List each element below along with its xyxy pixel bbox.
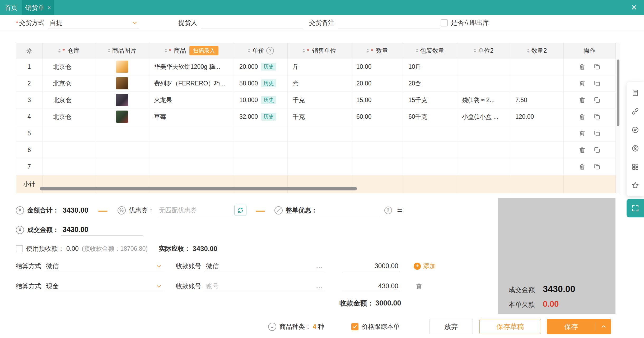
cell-product-image[interactable] xyxy=(95,125,149,142)
cell-warehouse[interactable]: 北京仓 xyxy=(43,58,95,75)
tab-home[interactable]: 首页 xyxy=(0,0,22,15)
cell-product-image[interactable] xyxy=(95,142,149,158)
sort-icon[interactable] xyxy=(58,49,61,53)
cell-product[interactable]: 费列罗（FERRERO）巧... xyxy=(149,75,234,92)
cell-unit-price[interactable]: 10.000历史 xyxy=(234,92,288,108)
star-icon[interactable] xyxy=(627,176,644,195)
cell-unit-price[interactable] xyxy=(234,142,288,158)
settlement-method-select[interactable]: 现金 xyxy=(44,280,163,292)
cell-unit2[interactable] xyxy=(457,142,510,158)
cell-quantity2[interactable] xyxy=(510,142,564,158)
more-ellipsis-icon[interactable]: ... xyxy=(316,282,323,290)
cell-unit2[interactable] xyxy=(457,58,510,75)
delete-row-icon[interactable] xyxy=(578,130,586,137)
product-image[interactable] xyxy=(116,61,128,73)
col-header-unit-price[interactable]: 单价 ? xyxy=(234,43,288,58)
cell-product[interactable]: 华美华夫软饼1200g 糕... xyxy=(149,58,234,75)
cell-quantity2[interactable] xyxy=(510,58,564,75)
cell-package-quantity[interactable]: 10斤 xyxy=(403,58,457,75)
table-vertical-scrollbar[interactable] xyxy=(616,43,620,193)
receive-account-input[interactable]: 账号 ... xyxy=(204,280,325,292)
delivery-method-select[interactable]: 自提 xyxy=(48,17,139,29)
cell-warehouse[interactable]: 北京仓 xyxy=(43,75,95,92)
copy-row-icon[interactable] xyxy=(593,113,601,120)
cell-warehouse[interactable]: 北京仓 xyxy=(43,92,95,108)
picker-input[interactable] xyxy=(201,17,303,29)
cell-warehouse[interactable] xyxy=(43,125,95,142)
cell-package-quantity[interactable]: 60千克 xyxy=(403,108,457,125)
cell-quantity2[interactable] xyxy=(510,75,564,92)
cell-unit2[interactable]: 小盒(1小盒 ... xyxy=(457,108,510,125)
close-icon[interactable]: × xyxy=(628,1,640,14)
delivery-note-input[interactable] xyxy=(338,17,440,29)
copy-row-icon[interactable] xyxy=(593,80,601,87)
cell-product[interactable] xyxy=(149,158,234,175)
col-header-package-quantity[interactable]: 包装数量 xyxy=(403,43,457,58)
delete-row-icon[interactable] xyxy=(578,80,586,87)
col-header-quantity[interactable]: * 数量 xyxy=(351,43,403,58)
cell-sales-unit[interactable] xyxy=(288,125,351,142)
link-icon[interactable] xyxy=(627,102,644,121)
save-draft-button[interactable]: 保存草稿 xyxy=(479,319,541,334)
cell-package-quantity[interactable] xyxy=(403,158,457,175)
sort-icon[interactable] xyxy=(165,49,167,53)
cell-sales-unit[interactable] xyxy=(288,142,351,158)
history-badge[interactable]: 历史 xyxy=(261,63,276,71)
cell-product-image[interactable] xyxy=(95,108,149,125)
coupon-input[interactable]: 无匹配优惠券 xyxy=(157,204,233,216)
expand-icon[interactable] xyxy=(627,199,644,217)
cell-package-quantity[interactable] xyxy=(403,142,457,158)
copy-row-icon[interactable] xyxy=(593,63,601,70)
cell-warehouse[interactable] xyxy=(43,142,95,158)
cell-quantity2[interactable] xyxy=(510,125,564,142)
payment-amount-input[interactable]: 430.00 xyxy=(343,280,400,292)
document-icon[interactable] xyxy=(627,84,644,102)
tab-sales-order[interactable]: 销货单 × xyxy=(22,0,54,15)
cell-product[interactable] xyxy=(149,142,234,158)
cell-sales-unit[interactable] xyxy=(288,158,351,175)
sort-icon[interactable] xyxy=(527,49,530,53)
product-image[interactable] xyxy=(116,111,128,123)
sort-icon[interactable] xyxy=(248,49,250,53)
cell-package-quantity[interactable]: 15千克 xyxy=(403,92,457,108)
scrollbar-thumb[interactable] xyxy=(617,60,619,126)
cell-product-image[interactable] xyxy=(95,92,149,108)
cell-unit2[interactable] xyxy=(457,158,510,175)
payment-amount-input[interactable]: 3000.00 xyxy=(343,260,400,272)
cell-quantity2[interactable] xyxy=(510,158,564,175)
delete-row-icon[interactable] xyxy=(578,113,586,120)
cell-sales-unit[interactable]: 斤 xyxy=(288,58,351,75)
cell-quantity[interactable]: 20.00 xyxy=(351,75,403,92)
col-header-quantity2[interactable]: 数量2 xyxy=(510,43,564,58)
sort-icon[interactable] xyxy=(108,49,110,53)
cell-unit2[interactable]: 袋(1袋 ≈ 2... xyxy=(457,92,510,108)
cell-quantity[interactable] xyxy=(351,142,403,158)
cell-unit-price[interactable]: 20.000历史 xyxy=(234,58,288,75)
cell-unit2[interactable] xyxy=(457,125,510,142)
cell-product-image[interactable] xyxy=(95,158,149,175)
cell-product[interactable] xyxy=(149,125,234,142)
receive-account-input[interactable]: 微信 ... xyxy=(204,260,325,272)
help-icon[interactable]: ? xyxy=(266,47,274,54)
cell-quantity[interactable] xyxy=(351,125,403,142)
copy-row-icon[interactable] xyxy=(593,130,601,137)
history-badge[interactable]: 历史 xyxy=(261,96,276,104)
cell-product-image[interactable] xyxy=(95,75,149,92)
save-dropdown-toggle[interactable] xyxy=(596,322,611,331)
copy-row-icon[interactable] xyxy=(593,96,601,104)
cell-sales-unit[interactable]: 盒 xyxy=(288,75,351,92)
cell-warehouse[interactable]: 北京仓 xyxy=(43,108,95,125)
col-header-product[interactable]: * 商品 扫码录入 xyxy=(149,43,234,58)
col-header-warehouse[interactable]: * 仓库 xyxy=(43,43,95,58)
order-discount-input[interactable] xyxy=(319,204,379,216)
col-header-unit2[interactable]: 单位2 xyxy=(457,43,510,58)
history-badge[interactable]: 历史 xyxy=(261,79,276,87)
col-header-sales-unit[interactable]: * 销售单位 xyxy=(288,43,351,58)
cell-quantity2[interactable]: 7.50 xyxy=(510,92,564,108)
abandon-button[interactable]: 放弃 xyxy=(429,319,473,334)
delete-row-icon[interactable] xyxy=(578,146,586,154)
cell-quantity2[interactable]: 120.00 xyxy=(510,108,564,125)
product-image[interactable] xyxy=(116,77,128,89)
table-horizontal-scrollbar[interactable] xyxy=(40,187,357,190)
copy-row-icon[interactable] xyxy=(593,146,601,154)
